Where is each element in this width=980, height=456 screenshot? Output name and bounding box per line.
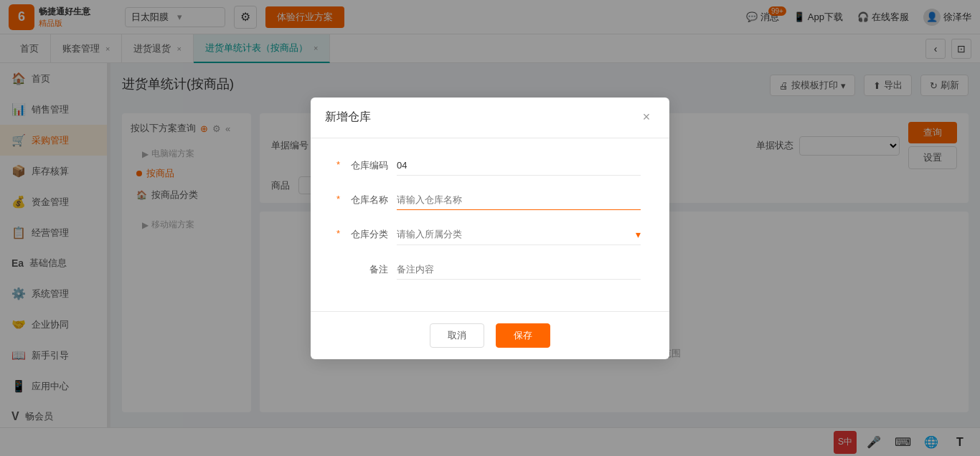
remark-label: 备注 <box>339 263 397 276</box>
category-select-wrap: ▾ <box>397 224 641 245</box>
modal-footer: 取消 保存 <box>311 311 669 359</box>
modal-title: 新增仓库 <box>325 110 371 125</box>
remark-input[interactable] <box>397 260 641 280</box>
save-button[interactable]: 保存 <box>496 323 550 348</box>
form-row-name: 仓库名称 <box>339 190 641 210</box>
name-input-wrap <box>397 190 641 210</box>
code-label: 仓库编码 <box>339 159 397 172</box>
form-row-remark: 备注 <box>339 260 641 280</box>
code-input-wrap <box>397 156 641 176</box>
name-label: 仓库名称 <box>339 194 397 206</box>
form-row-code: 仓库编码 <box>339 156 641 176</box>
category-chevron-icon: ▾ <box>636 229 641 240</box>
code-input[interactable] <box>397 156 641 176</box>
modal-new-warehouse: 新增仓库 × 仓库编码 仓库名称 仓库分类 <box>311 98 669 359</box>
modal-overlay: 新增仓库 × 仓库编码 仓库名称 仓库分类 <box>0 0 980 456</box>
cancel-button[interactable]: 取消 <box>430 323 484 348</box>
modal-header: 新增仓库 × <box>311 98 669 138</box>
name-input[interactable] <box>397 190 641 210</box>
remark-input-wrap <box>397 260 641 280</box>
category-label: 仓库分类 <box>339 228 397 241</box>
category-input[interactable] <box>397 229 636 239</box>
modal-body: 仓库编码 仓库名称 仓库分类 ▾ <box>311 138 669 311</box>
modal-close-button[interactable]: × <box>638 109 655 126</box>
form-row-category: 仓库分类 ▾ <box>339 224 641 245</box>
